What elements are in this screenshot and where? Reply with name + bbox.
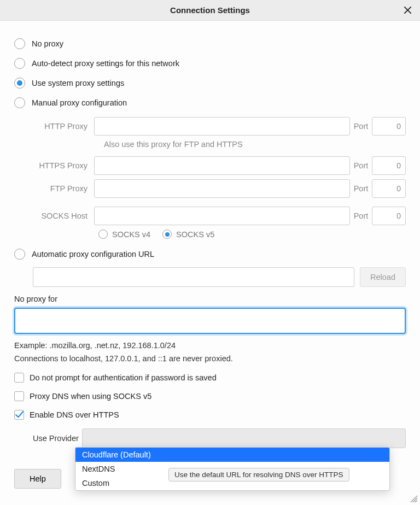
auto-url-group: Reload xyxy=(33,267,406,287)
socks-v5-label: SOCKS v5 xyxy=(176,230,214,239)
radio-label: Use system proxy settings xyxy=(32,79,124,87)
https-port-input[interactable] xyxy=(372,156,406,175)
help-button[interactable]: Help xyxy=(14,469,61,489)
radio-label: No proxy xyxy=(32,39,63,48)
http-proxy-label: HTTP Proxy xyxy=(33,122,94,131)
proxy-dns-checkbox-row[interactable]: Proxy DNS when using SOCKS v5 xyxy=(14,391,406,401)
radio-icon[interactable] xyxy=(14,58,25,69)
auto-config-url-input[interactable] xyxy=(33,267,354,287)
proxy-dns-checkbox-label: Proxy DNS when using SOCKS v5 xyxy=(30,392,151,401)
no-proxy-note: Connections to localhost, 127.0.0.1, and… xyxy=(14,354,406,363)
proxy-mode-use-system[interactable]: Use system proxy settings xyxy=(14,78,406,89)
socks-v5-radio[interactable] xyxy=(162,230,172,239)
provider-select[interactable] xyxy=(82,428,406,448)
doh-checkbox-row[interactable]: Enable DNS over HTTPS xyxy=(14,410,406,420)
port-label: Port xyxy=(350,184,372,193)
content-area: No proxy Auto-detect proxy settings for … xyxy=(0,21,420,459)
https-proxy-row: HTTPS Proxy Port xyxy=(33,156,406,175)
ftp-port-input[interactable] xyxy=(372,179,406,198)
provider-row: Use Provider xyxy=(33,428,406,448)
radio-icon[interactable] xyxy=(14,78,25,89)
tooltip: Use the default URL for resolving DNS ov… xyxy=(168,468,349,481)
checkbox-icon[interactable] xyxy=(14,373,24,383)
radio-icon[interactable] xyxy=(14,97,25,108)
proxy-mode-auto-detect[interactable]: Auto-detect proxy settings for this netw… xyxy=(14,58,406,69)
close-icon[interactable] xyxy=(402,5,412,15)
socks-v4-label: SOCKS v4 xyxy=(112,230,150,239)
ftp-proxy-label: FTP Proxy xyxy=(33,184,94,193)
reload-button[interactable]: Reload xyxy=(360,267,406,287)
socks-host-row: SOCKS Host Port xyxy=(33,207,406,225)
checkbox-icon[interactable] xyxy=(14,410,24,420)
provider-label: Use Provider xyxy=(33,434,82,443)
port-label: Port xyxy=(350,161,372,170)
radio-label: Automatic proxy configuration URL xyxy=(32,250,154,259)
also-use-proxy-label: Also use this proxy for FTP and HTTPS xyxy=(104,140,243,149)
https-proxy-input[interactable] xyxy=(94,156,350,175)
https-proxy-label: HTTPS Proxy xyxy=(33,161,94,170)
checkbox-icon[interactable] xyxy=(14,391,24,401)
socks-version-row: SOCKS v4 SOCKS v5 xyxy=(98,230,406,239)
port-label: Port xyxy=(350,122,372,131)
no-proxy-for-input[interactable] xyxy=(14,308,406,334)
port-label: Port xyxy=(350,212,372,220)
proxy-mode-no-proxy[interactable]: No proxy xyxy=(14,38,406,49)
dialog-title: Connection Settings xyxy=(170,5,250,15)
titlebar: Connection Settings xyxy=(0,0,420,21)
ftp-proxy-input[interactable] xyxy=(94,179,350,198)
socks-port-input[interactable] xyxy=(372,207,406,225)
provider-option-cloudflare[interactable]: Cloudflare (Default) xyxy=(75,448,389,462)
http-proxy-row: HTTP Proxy Port xyxy=(33,117,406,136)
manual-proxy-group: HTTP Proxy Port Also use this proxy for … xyxy=(33,117,406,239)
radio-label: Manual proxy configuration xyxy=(32,98,127,107)
also-use-proxy-row[interactable]: Also use this proxy for FTP and HTTPS xyxy=(98,140,406,149)
proxy-mode-auto-url[interactable]: Automatic proxy configuration URL xyxy=(14,249,406,260)
no-proxy-example: Example: .mozilla.org, .net.nz, 192.168.… xyxy=(14,341,406,350)
radio-label: Auto-detect proxy settings for this netw… xyxy=(32,59,179,68)
radio-icon[interactable] xyxy=(14,38,25,49)
radio-icon[interactable] xyxy=(14,249,25,260)
http-proxy-input[interactable] xyxy=(94,117,350,136)
ftp-proxy-row: FTP Proxy Port xyxy=(33,179,406,198)
proxy-mode-manual[interactable]: Manual proxy configuration xyxy=(14,97,406,108)
resize-grip-icon[interactable] xyxy=(410,495,418,503)
socks-v4-radio[interactable] xyxy=(98,230,108,239)
socks-host-label: SOCKS Host xyxy=(33,212,94,220)
no-proxy-for-label: No proxy for xyxy=(14,295,406,303)
socks-host-input[interactable] xyxy=(94,207,350,225)
http-port-input[interactable] xyxy=(372,117,406,136)
auth-checkbox-label: Do not prompt for authentication if pass… xyxy=(30,373,217,382)
doh-checkbox-label: Enable DNS over HTTPS xyxy=(30,410,119,419)
auth-checkbox-row[interactable]: Do not prompt for authentication if pass… xyxy=(14,373,406,383)
